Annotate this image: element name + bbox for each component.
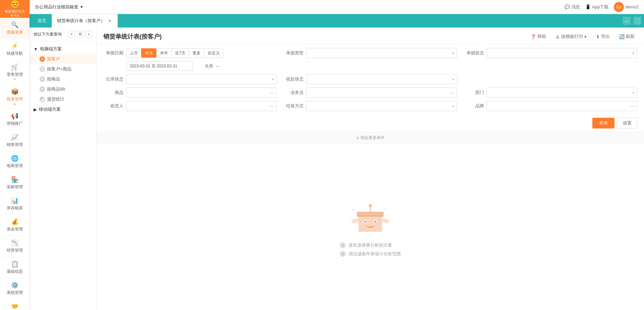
sidebar-item-label: 库存核算 (7, 205, 23, 211)
doc-type-label: 单据类型 (283, 50, 304, 56)
date-btn-this-year[interactable]: 本年 (156, 48, 171, 58)
date-range-display[interactable]: 2023-03-01 至 2023-03-31 (126, 61, 193, 71)
sidebar-item-enterprise-coop[interactable]: 🤝 企业协同 (0, 299, 30, 310)
sidebar-item-label: 销售管理 (7, 142, 23, 148)
collapse-icon: ∧ (356, 136, 359, 140)
svg-rect-12 (357, 212, 384, 217)
svg-rect-7 (41, 90, 44, 90)
by-product-99-icon (40, 87, 45, 92)
retail-arrow: ▼ (13, 78, 16, 81)
tree-child-by-customer[interactable]: 按 按客户 (30, 54, 96, 64)
sidebar-item-sales-mgmt[interactable]: 📈 销售管理 (0, 130, 30, 151)
export-btn[interactable]: ⬇ 导出 (593, 32, 612, 41)
user-profile-btn[interactable]: Ea demo2 (614, 2, 639, 12)
sidebar-item-finance[interactable]: 💰 资金管理 (0, 215, 30, 236)
finance-icon: 💰 (11, 218, 18, 225)
industry-selector[interactable]: 办公用品行业模拟账套 ▾ (35, 4, 565, 10)
sidebar-item-operations[interactable]: 📉 经营管理 (0, 236, 30, 257)
tree-mobile-parent[interactable]: ▶ 移动端方案 (30, 104, 96, 114)
tree-child-refund[interactable]: 退货统计 (30, 94, 96, 104)
department-arrow-icon: ▾ (633, 91, 634, 95)
sidebar-item-basic-info[interactable]: 📋 基础信息 (0, 257, 30, 278)
message-btn[interactable]: 💬 消息 (565, 4, 580, 10)
left-panel-actions: + ⚙ « (68, 31, 92, 38)
message-label: 消息 (571, 4, 580, 10)
sidebar-item-inventory[interactable]: 📊 库存核算 (0, 194, 30, 215)
topbar: 办公用品行业模拟账套 ▾ 💬 消息 📱 App下载 Ea demo2 (30, 0, 644, 14)
settlement-select[interactable]: ▾ (306, 101, 457, 111)
out-status-filter-cell: 出库状态 ▾ (103, 74, 277, 84)
payment-status-label: 收款状态 (283, 76, 304, 82)
refresh-btn[interactable]: 🔄 刷新 (616, 32, 637, 41)
date-btn-more[interactable]: 更多 (189, 48, 204, 58)
empty-state: ✦ ✦ ✦ 1 请先选择要分析的方案 2 用过滤条件来缩小分析范围 (97, 144, 644, 310)
sidebar-item-wholesale-mgmt[interactable]: 📦 批发管理 ▲ (0, 85, 30, 109)
tab-maximize-btn[interactable]: ⛶ (633, 17, 641, 25)
out-status-select[interactable]: ▾ (126, 74, 277, 84)
sidebar-item-system[interactable]: ⚙️ 系统管理 (0, 278, 30, 299)
tree-child-by-customer-product[interactable]: 按客户+商品 (30, 64, 96, 74)
date-btn-this-month[interactable]: 本月 (141, 48, 156, 58)
doc-type-select[interactable]: ▾ (306, 48, 457, 58)
app-icon: 📱 (585, 4, 591, 9)
doc-status-select[interactable]: ▾ (487, 48, 637, 58)
collapse-panel-btn[interactable]: « (86, 31, 92, 38)
tab-sales-stats[interactable]: 销货单统计表（按客户） ✕ (52, 14, 118, 28)
department-filter-cell: 部门 ▾ (464, 88, 637, 98)
tree-child-by-product-99[interactable]: 按商品99 (30, 84, 96, 94)
tab-home[interactable]: 首页 (32, 14, 52, 28)
collapse-bar[interactable]: ∧ 收起更多条件 (97, 132, 644, 144)
product-select[interactable]: ··· (126, 88, 277, 98)
basic-info-icon: 📋 (11, 260, 18, 268)
sidebar-item-quick-nav[interactable]: ⚡ 快捷导航 (0, 39, 30, 60)
department-select[interactable]: ▾ (487, 88, 637, 98)
svg-rect-6 (41, 88, 44, 89)
svg-rect-5 (41, 80, 44, 80)
brand-select[interactable]: ··· (487, 101, 637, 111)
receiver-select[interactable]: ··· (126, 101, 277, 111)
help-btn[interactable]: ❓ 帮助 (528, 32, 549, 41)
sidebar-item-purchase[interactable]: 🏪 采购管理 (0, 172, 30, 194)
settings-button[interactable]: 设置 (617, 118, 637, 128)
svg-point-15 (365, 221, 366, 223)
department-label: 部门 (464, 90, 484, 96)
date-btn-last-month[interactable]: 上月 (126, 48, 141, 58)
settings-scheme-btn[interactable]: ⚙ (77, 31, 84, 38)
receiver-filter-cell: 收货人 ··· (103, 101, 277, 111)
sidebar-item-label: 基础信息 (7, 269, 23, 274)
settlement-filter-cell: 结算方式 ▾ (283, 101, 457, 111)
add-scheme-btn[interactable]: + (68, 31, 75, 38)
tip-item-2: 2 用过滤条件来缩小分析范围 (340, 251, 401, 257)
date-btn-last7[interactable]: 近7天 (171, 48, 189, 58)
product-dots: ··· (270, 90, 274, 95)
left-panel-title: 按以下方案查询 (34, 32, 62, 37)
help-label: 帮助 (537, 34, 546, 40)
out-status-arrow-icon: ▾ (272, 78, 274, 81)
date-btn-custom[interactable]: 自定义 (204, 48, 223, 58)
sidebar-item-marketing[interactable]: 📢 营销推广 (0, 109, 30, 130)
salesperson-select[interactable]: ··· (306, 88, 457, 98)
doc-type-arrow-icon: ▾ (452, 51, 454, 55)
payment-status-arrow-icon: ▾ (452, 78, 454, 81)
left-panel: 按以下方案查询 + ⚙ « ▼ 电脑端方案 (30, 28, 97, 310)
refund-icon (40, 97, 45, 102)
quick-nav-icon: ⚡ (11, 42, 18, 50)
by-customer-product-icon (40, 66, 45, 72)
tree-child-by-product[interactable]: 按商品 (30, 74, 96, 84)
settings-icon: ⚙ (78, 32, 82, 37)
industry-dropdown-icon: ▾ (80, 4, 83, 9)
sidebar-item-ecommerce[interactable]: 🌐 电商管理 (0, 151, 30, 172)
query-button[interactable]: 查询 (592, 118, 614, 128)
sidebar-item-search-menu[interactable]: 🔍 搜索菜单 (0, 18, 30, 39)
print-btn[interactable]: 🖨 按模板打印 ▾ (553, 32, 589, 41)
tree-desktop-parent[interactable]: ▼ 电脑端方案 (30, 44, 96, 54)
tab-close-icon[interactable]: ✕ (107, 18, 112, 23)
warehouse-select[interactable]: ··· (216, 64, 637, 69)
topbar-actions: 💬 消息 📱 App下载 Ea demo2 (565, 2, 639, 12)
app-download-btn[interactable]: 📱 App下载 (585, 4, 608, 10)
payment-status-select[interactable]: ▾ (306, 74, 457, 84)
tab-minimize-btn[interactable]: — (623, 17, 631, 25)
svg-rect-8 (41, 100, 42, 101)
sidebar-item-retail-mgmt[interactable]: 🛒 零售管理 ▼ (0, 60, 30, 85)
tabbar: 首页 销货单统计表（按客户） ✕ — ⛶ (30, 14, 644, 28)
